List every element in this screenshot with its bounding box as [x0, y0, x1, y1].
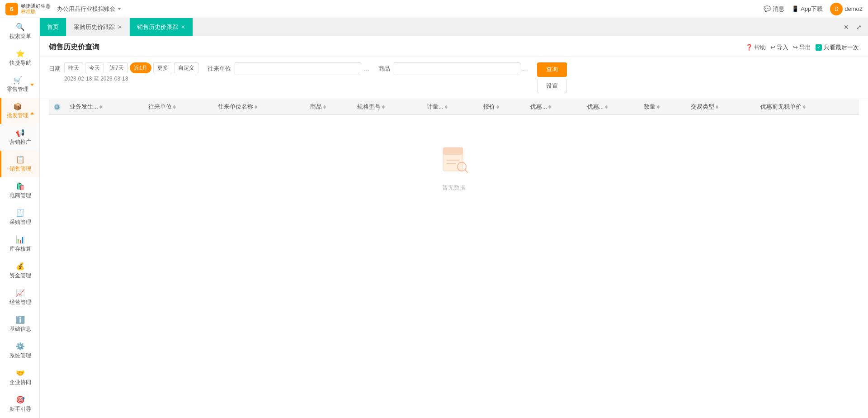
supplier-filter-group: 往来单位 ...	[208, 62, 369, 75]
export-label: 导出	[799, 43, 811, 52]
sort-icon	[657, 105, 660, 109]
page-title: 销售历史价查询	[49, 43, 99, 52]
user-profile[interactable]: D demo2	[830, 3, 863, 15]
date-btn-yesterday[interactable]: 昨天	[64, 62, 83, 73]
product-dots-icon[interactable]: ...	[522, 62, 528, 75]
sidebar-item-ecommerce[interactable]: 🛍️ 电商管理	[0, 177, 39, 204]
retail-expand-icon	[30, 84, 34, 86]
supplier-input-group: ...	[235, 62, 369, 75]
date-btn-1month[interactable]: 近1月	[130, 62, 152, 73]
query-button[interactable]: 查询	[537, 62, 567, 77]
th-discount2[interactable]: 优惠...	[583, 99, 639, 115]
tab-home[interactable]: 首页	[40, 18, 66, 36]
sidebar-item-marketing[interactable]: 📢 营销推广	[0, 124, 39, 151]
th-partner-code[interactable]: 往来单位	[144, 99, 213, 115]
sidebar-item-retail[interactable]: 🛒 零售管理	[0, 71, 39, 98]
tab-sales-history-close-icon[interactable]: ✕	[181, 24, 185, 30]
sales-mgmt-icon: 📋	[16, 155, 25, 164]
svg-rect-1	[443, 147, 463, 155]
product-label: 商品	[378, 62, 390, 75]
th-quantity[interactable]: 数量	[639, 99, 686, 115]
date-btn-more[interactable]: 更多	[153, 62, 172, 73]
search-icon: 🔍	[16, 23, 25, 31]
sidebar-item-label: 新手引导	[9, 405, 31, 413]
sidebar-item-newguide[interactable]: 🎯 新手引导	[0, 391, 39, 418]
th-pretax-price[interactable]: 优惠前无税单价	[756, 99, 859, 115]
supplier-dots-icon[interactable]: ...	[363, 62, 369, 75]
message-icon: 💬	[764, 5, 771, 12]
sidebar-item-label: 销售管理	[9, 165, 31, 173]
sidebar-item-sales-mgmt[interactable]: 📋 销售管理	[0, 151, 39, 177]
purchase-icon: 🧾	[16, 209, 25, 217]
th-product[interactable]: 商品	[306, 99, 353, 115]
toolbar-right: ❓ 帮助 ↩ 导入 ↪ 导出 ✓ 只看最后一次	[745, 43, 859, 52]
date-btn-custom[interactable]: 自定义	[174, 62, 198, 73]
content-area: 首页 采购历史价跟踪 ✕ 销售历史价跟踪 ✕ ✕ ⤢ 销售历史价查询	[40, 18, 868, 418]
message-action[interactable]: 💬 消息	[764, 5, 784, 13]
export-action[interactable]: ↪ 导出	[793, 43, 811, 52]
th-quote[interactable]: 报价	[479, 99, 526, 115]
workspace-selector[interactable]: 办公用品行业模拟账套	[54, 4, 124, 14]
message-label: 消息	[773, 5, 784, 13]
tab-sales-history[interactable]: 销售历史价跟踪 ✕	[130, 18, 193, 36]
only-last-checkbox[interactable]: ✓	[816, 44, 822, 51]
settings-button[interactable]: 设置	[537, 79, 567, 93]
filter-buttons: 查询 设置	[537, 62, 567, 93]
sidebar-item-label: 系统管理	[9, 352, 31, 360]
tab-purchase-history-close-icon[interactable]: ✕	[118, 24, 122, 30]
sort-icon	[382, 105, 385, 109]
date-btn-row: 昨天 今天 近7天 近1月 更多 自定义	[64, 62, 198, 73]
sidebar: 🔍 搜索菜单 ⭐ 快捷导航 🛒 零售管理 📦 批发管理 📢 营销推广	[0, 18, 40, 418]
logo-area: 6 畅捷通好生意 标准版	[5, 3, 51, 15]
date-btn-7days[interactable]: 近7天	[106, 62, 128, 73]
product-input-group: ...	[394, 62, 528, 75]
help-action[interactable]: ❓ 帮助	[745, 43, 766, 52]
sidebar-item-collab[interactable]: 🤝 企业协同	[0, 364, 39, 391]
sort-icon	[99, 105, 102, 109]
sidebar-item-inventory[interactable]: 📊 库存核算	[0, 231, 39, 257]
app-download-action[interactable]: 📱 App下载	[792, 5, 823, 13]
sidebar-item-shortcut[interactable]: ⭐ 快捷导航	[0, 45, 39, 71]
th-trade-type[interactable]: 交易类型	[686, 99, 756, 115]
help-label: 帮助	[754, 43, 766, 52]
sidebar-item-system[interactable]: ⚙️ 系统管理	[0, 337, 39, 364]
th-partner-name[interactable]: 往来单位名称	[213, 99, 305, 115]
product-input[interactable]	[394, 62, 520, 75]
system-icon: ⚙️	[16, 342, 25, 351]
sidebar-item-label: 快捷导航	[9, 59, 31, 67]
workspace-name: 办公用品行业模拟账套	[57, 5, 116, 13]
sidebar-item-finance[interactable]: 💰 资金管理	[0, 257, 39, 284]
sort-icon	[173, 105, 176, 109]
top-bar: 6 畅捷通好生意 标准版 办公用品行业模拟账套 💬 消息 📱 App下载 D d…	[0, 0, 868, 18]
only-last-checkbox-label[interactable]: ✓ 只看最后一次	[816, 43, 859, 52]
retail-icon: 🛒	[13, 76, 22, 85]
sidebar-item-purchase[interactable]: 🧾 采购管理	[0, 204, 39, 231]
sidebar-item-wholesale[interactable]: 📦 批发管理	[0, 98, 39, 124]
th-spec[interactable]: 规格型号	[353, 99, 422, 115]
tab-purchase-history[interactable]: 采购历史价跟踪 ✕	[66, 18, 130, 36]
finance-icon: 💰	[16, 262, 25, 271]
th-biz-date[interactable]: 业务发生...	[65, 99, 144, 115]
sort-icon	[605, 105, 608, 109]
tab-close-all-button[interactable]: ✕	[841, 22, 852, 33]
th-gear[interactable]: ⚙️	[49, 99, 65, 115]
sidebar-item-operations[interactable]: 📈 经营管理	[0, 284, 39, 311]
ecommerce-icon: 🛍️	[16, 182, 25, 190]
tab-purchase-history-label: 采购历史价跟踪	[74, 23, 115, 31]
import-action[interactable]: ↩ 导入	[770, 43, 788, 52]
supplier-input[interactable]	[235, 62, 361, 75]
date-btn-today[interactable]: 今天	[85, 62, 104, 73]
th-unit[interactable]: 计量...	[422, 99, 479, 115]
th-discount1[interactable]: 优惠...	[526, 99, 582, 115]
tab-fullscreen-button[interactable]: ⤢	[854, 22, 864, 33]
sidebar-item-label: 基础信息	[9, 325, 31, 333]
table-container: ⚙️ 业务发生...	[40, 99, 868, 228]
top-bar-left: 6 畅捷通好生意 标准版 办公用品行业模拟账套	[5, 3, 124, 15]
sidebar-item-basic[interactable]: ℹ️ 基础信息	[0, 311, 39, 337]
sidebar-item-search[interactable]: 🔍 搜索菜单	[0, 18, 39, 45]
import-icon: ↩	[770, 44, 775, 51]
sidebar-item-label: 采购管理	[9, 218, 31, 226]
top-bar-right: 💬 消息 📱 App下载 D demo2	[764, 3, 863, 15]
basic-icon: ℹ️	[16, 315, 25, 324]
page-header: 销售历史价查询 ❓ 帮助 ↩ 导入 ↪ 导出	[40, 36, 868, 57]
